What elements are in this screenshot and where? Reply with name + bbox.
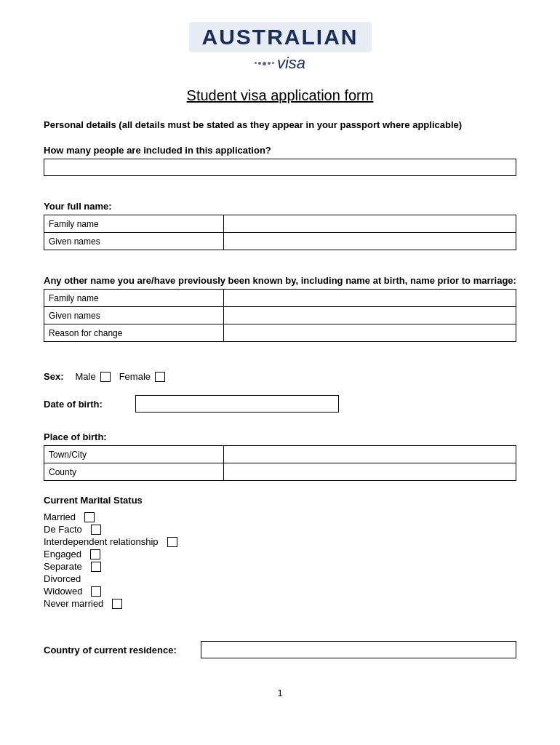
marital-de-facto: De Facto <box>44 524 516 535</box>
logo-australian-text: AUSTRALIAN <box>189 22 372 52</box>
personal-details-label: Personal details (all details must be st… <box>44 119 516 132</box>
reason-for-change-cell <box>223 324 516 342</box>
county-label: County <box>44 463 224 481</box>
how-many-question: How many people are included in this app… <box>44 145 516 156</box>
married-label: Married <box>44 511 76 522</box>
table-row: Reason for change <box>44 324 516 342</box>
place-of-birth-section: Place of birth: Town/City County <box>44 431 516 481</box>
town-city-input[interactable] <box>224 446 516 463</box>
family-name-cell <box>223 215 516 233</box>
other-name-label: Any other name you are/have previously b… <box>44 275 516 286</box>
table-row: County <box>44 463 516 481</box>
male-checkbox[interactable] <box>100 372 111 382</box>
female-label: Female <box>119 371 151 382</box>
separate-checkbox[interactable] <box>91 562 101 572</box>
family-name-input[interactable] <box>224 215 516 232</box>
widowed-checkbox[interactable] <box>91 586 101 597</box>
dob-row: Date of birth: <box>44 395 516 413</box>
table-row: Family name <box>44 290 516 307</box>
how-many-input[interactable] <box>44 159 516 176</box>
country-input[interactable] <box>201 641 516 658</box>
divorced-label: Divorced <box>44 573 81 584</box>
marital-engaged: Engaged <box>44 549 516 559</box>
personal-details-section: Personal details (all details must be st… <box>44 119 516 132</box>
country-row: Country of current residence: <box>44 641 516 658</box>
town-city-label: Town/City <box>44 446 224 463</box>
other-given-names-cell <box>223 307 516 324</box>
marital-status-section: Current Marital Status Married De Facto … <box>44 494 516 609</box>
male-label: Male <box>75 371 95 382</box>
sex-section: Sex: Male Female <box>44 371 516 382</box>
how-many-section: How many people are included in this app… <box>44 145 516 176</box>
female-checkbox[interactable] <box>155 372 165 382</box>
family-name-label: Family name <box>44 215 224 233</box>
reason-for-change-label: Reason for change <box>44 324 224 342</box>
dot2 <box>258 62 261 65</box>
logo-container: AUSTRALIAN visa <box>44 22 516 73</box>
given-names-cell <box>223 233 516 250</box>
logo-box: AUSTRALIAN visa <box>189 22 372 73</box>
marital-interdependent: Interdependent relationship <box>44 536 516 547</box>
county-cell <box>223 463 516 481</box>
marital-married: Married <box>44 511 516 522</box>
form-title: Student visa application form <box>44 87 516 104</box>
marital-separate: Separate <box>44 561 516 572</box>
dob-section: Date of birth: <box>44 395 516 413</box>
full-name-label: Your full name: <box>44 201 516 212</box>
de-facto-checkbox[interactable] <box>91 525 101 535</box>
widowed-label: Widowed <box>44 586 82 597</box>
other-name-table: Family name Given names Reason for chang… <box>44 289 516 342</box>
other-given-names-label: Given names <box>44 307 224 324</box>
dot3 <box>263 62 266 65</box>
table-row: Family name <box>44 215 516 233</box>
never-married-label: Never married <box>44 598 103 609</box>
logo-visa-text: visa <box>277 54 305 73</box>
table-row: Given names <box>44 233 516 250</box>
logo-dots <box>255 62 274 65</box>
table-row: Given names <box>44 307 516 324</box>
country-residence-section: Country of current residence: <box>44 641 516 658</box>
place-of-birth-label: Place of birth: <box>44 431 516 442</box>
page-number: 1 <box>44 688 516 698</box>
married-checkbox[interactable] <box>84 512 95 522</box>
table-row: Town/City <box>44 446 516 463</box>
county-input[interactable] <box>224 463 516 480</box>
marital-widowed: Widowed <box>44 586 516 597</box>
logo-visa-line: visa <box>255 54 305 73</box>
reason-for-change-input[interactable] <box>224 324 516 341</box>
other-family-name-cell <box>223 290 516 307</box>
marital-never-married: Never married <box>44 598 516 609</box>
dot5 <box>272 62 274 64</box>
dob-label: Date of birth: <box>44 399 124 410</box>
separate-label: Separate <box>44 561 82 572</box>
male-option: Male <box>75 371 110 382</box>
interdependent-label: Interdependent relationship <box>44 536 159 547</box>
female-option: Female <box>119 371 165 382</box>
place-table: Town/City County <box>44 445 516 481</box>
marital-status-label: Current Marital Status <box>44 494 516 507</box>
country-label: Country of current residence: <box>44 645 189 656</box>
town-city-cell <box>223 446 516 463</box>
de-facto-label: De Facto <box>44 524 82 535</box>
never-married-checkbox[interactable] <box>112 599 122 609</box>
sex-label: Sex: <box>44 371 63 382</box>
given-names-input[interactable] <box>224 233 516 250</box>
sex-row: Sex: Male Female <box>44 371 516 382</box>
other-given-names-input[interactable] <box>224 307 516 324</box>
given-names-label: Given names <box>44 233 224 250</box>
engaged-checkbox[interactable] <box>90 549 100 559</box>
dob-input[interactable] <box>135 395 339 413</box>
interdependent-checkbox[interactable] <box>167 537 177 547</box>
other-family-name-label: Family name <box>44 290 224 307</box>
other-family-name-input[interactable] <box>224 290 516 306</box>
page: AUSTRALIAN visa Student visa application… <box>0 0 560 745</box>
dot1 <box>255 62 257 64</box>
dot4 <box>268 62 271 65</box>
full-name-table: Family name Given names <box>44 215 516 250</box>
engaged-label: Engaged <box>44 549 81 559</box>
marital-divorced: Divorced <box>44 573 516 584</box>
other-name-section: Any other name you are/have previously b… <box>44 275 516 342</box>
full-name-section: Your full name: Family name Given names <box>44 201 516 250</box>
